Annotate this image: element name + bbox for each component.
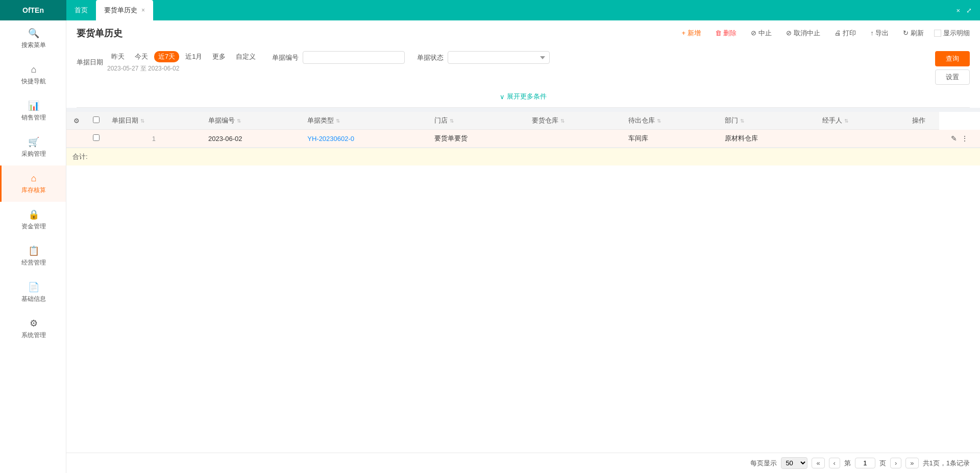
col-header-ops: 操作 — [898, 112, 939, 130]
table-header: ⚙单据日期⇅单据编号⇅单据类型⇅门店⇅要货仓库⇅待出仓库⇅部门⇅经手人⇅操作 — [66, 112, 980, 130]
page-number-input[interactable] — [855, 458, 875, 468]
data-table-container: ⚙单据日期⇅单据编号⇅单据类型⇅门店⇅要货仓库⇅待出仓库⇅部门⇅经手人⇅操作 1… — [66, 112, 980, 453]
date-option-昨天[interactable]: 昨天 — [107, 51, 129, 62]
date-filter-group: 单据日期 昨天今天近7天近1月更多自定义 2023-05-27 至 2023-0… — [77, 51, 260, 73]
prev-page-button[interactable]: ‹ — [829, 458, 840, 468]
next-page-button[interactable]: › — [890, 458, 901, 468]
tab-history[interactable]: 要货单历史× — [96, 0, 153, 20]
expand-more-button[interactable]: ∨ 展开更多条件 — [500, 90, 547, 103]
select-all-checkbox[interactable] — [93, 116, 100, 123]
cell-pending_warehouse: 原材料仓库 — [719, 130, 816, 148]
close-button[interactable]: × — [956, 7, 960, 14]
date-option-自定义[interactable]: 自定义 — [232, 51, 260, 62]
sidebar-item-label-search: 搜索菜单 — [21, 41, 46, 50]
col-header-req_warehouse[interactable]: 要货仓库⇅ — [526, 112, 622, 130]
status-label: 单据状态 — [417, 53, 444, 62]
sort-icon-bill_no[interactable]: ⇅ — [237, 118, 241, 124]
cancel-stop-button[interactable]: ⊘ 取消中止 — [782, 27, 824, 40]
date-quick-options: 昨天今天近7天近1月更多自定义 — [107, 51, 260, 62]
display-detail-label: 显示明细 — [943, 29, 970, 38]
bill-no-label: 单据编号 — [272, 53, 299, 62]
sidebar-item-inventory[interactable]: ⌂库存核算 — [0, 165, 66, 202]
col-header-store[interactable]: 门店⇅ — [428, 112, 526, 130]
table-summary: 合计: — [66, 148, 980, 165]
sidebar-item-search[interactable]: 🔍搜索菜单 — [0, 20, 66, 57]
sidebar-item-label-inventory: 库存核算 — [21, 186, 46, 195]
col-header-pending_warehouse[interactable]: 待出仓库⇅ — [622, 112, 719, 130]
finance-icon: 🔒 — [28, 209, 39, 220]
sort-icon-store[interactable]: ⇅ — [450, 118, 454, 124]
sidebar-item-label-basics: 基础信息 — [21, 295, 46, 303]
delete-button[interactable]: 🗑 删除 — [711, 27, 741, 40]
cell-store — [526, 130, 622, 148]
col-header-department[interactable]: 部门⇅ — [719, 112, 816, 130]
sidebar-item-system[interactable]: ⚙系统管理 — [0, 311, 66, 347]
resize-button[interactable]: ⤢ — [966, 7, 972, 14]
tab-home[interactable]: 首页 — [66, 0, 96, 20]
sidebar: 🔍搜索菜单⌂快捷导航📊销售管理🛒采购管理⌂库存核算🔒资金管理📋经营管理📄基础信息… — [0, 20, 66, 473]
date-option-近1月[interactable]: 近1月 — [181, 51, 206, 62]
page-title: 要货单历史 — [77, 27, 122, 39]
cell-req_warehouse: 车间库 — [622, 130, 719, 148]
sales-icon: 📊 — [28, 100, 39, 111]
tab-close-icon[interactable]: × — [141, 7, 145, 14]
stop-button[interactable]: ⊘ 中止 — [747, 27, 776, 40]
status-filter-group: 单据状态 — [417, 51, 550, 64]
edit-icon[interactable]: ✎ — [949, 133, 959, 144]
bill-no-filter-group: 单据编号 — [272, 51, 405, 64]
refresh-button[interactable]: ↻ 刷新 — [899, 27, 928, 40]
cell-bill_type: 要货单要货 — [428, 130, 526, 148]
sort-icon-date[interactable]: ⇅ — [140, 118, 144, 124]
summary-label: 合计: — [72, 152, 88, 161]
sidebar-item-quick-nav[interactable]: ⌂快捷导航 — [0, 57, 66, 93]
sidebar-item-purchase[interactable]: 🛒采购管理 — [0, 129, 66, 165]
sidebar-item-basics[interactable]: 📄基础信息 — [0, 274, 66, 311]
col-header-handler[interactable]: 经手人⇅ — [816, 112, 898, 130]
expand-more-label: 展开更多条件 — [507, 92, 547, 101]
sort-icon-bill_type[interactable]: ⇅ — [336, 118, 340, 124]
operations-icon: 📋 — [28, 245, 39, 256]
first-page-button[interactable]: « — [812, 458, 824, 468]
toolbar: + 新增 🗑 删除 ⊘ 中止 ⊘ 取消中止 🖨 打印 ↑ 导出 ↻ 刷新 显示明… — [678, 27, 970, 40]
sort-icon-req_warehouse[interactable]: ⇅ — [560, 118, 565, 124]
col-header-settings: ⚙ — [66, 112, 87, 130]
new-button[interactable]: + 新增 — [678, 27, 705, 40]
tab-bar: 首页要货单历史× — [66, 0, 153, 20]
row-index: 1 — [106, 130, 202, 148]
export-button[interactable]: ↑ 导出 — [866, 27, 893, 40]
pagination-bar: 每页显示 102050100 « ‹ 第 页 › » 共1页，1条记录 — [66, 453, 980, 473]
sidebar-item-sales[interactable]: 📊销售管理 — [0, 93, 66, 129]
date-option-今天[interactable]: 今天 — [131, 51, 152, 62]
system-icon: ⚙ — [28, 318, 39, 329]
query-button[interactable]: 查询 — [935, 51, 970, 66]
date-filter-label: 单据日期 — [77, 58, 103, 67]
sidebar-item-label-quick-nav: 快捷导航 — [21, 77, 46, 86]
basics-icon: 📄 — [28, 281, 39, 293]
display-detail-toggle[interactable]: 显示明细 — [934, 29, 970, 38]
row-checkbox[interactable] — [93, 134, 100, 141]
col-header-date[interactable]: 单据日期⇅ — [106, 112, 202, 130]
data-table: ⚙单据日期⇅单据编号⇅单据类型⇅门店⇅要货仓库⇅待出仓库⇅部门⇅经手人⇅操作 1… — [66, 112, 980, 148]
bill-no-input[interactable] — [303, 51, 405, 64]
row-settings — [66, 130, 87, 148]
quick-nav-icon: ⌂ — [28, 64, 39, 75]
status-select[interactable] — [448, 51, 550, 64]
setting-button[interactable]: 设置 — [935, 69, 970, 85]
col-header-bill_type[interactable]: 单据类型⇅ — [301, 112, 428, 130]
sidebar-item-operations[interactable]: 📋经营管理 — [0, 238, 66, 274]
print-button[interactable]: 🖨 打印 — [830, 27, 861, 40]
sidebar-item-finance[interactable]: 🔒资金管理 — [0, 202, 66, 238]
last-page-button[interactable]: » — [905, 458, 918, 468]
sort-icon-handler[interactable]: ⇅ — [844, 118, 848, 124]
col-header-bill_no[interactable]: 单据编号⇅ — [202, 112, 301, 130]
more-ops-icon[interactable]: ⋮ — [959, 133, 970, 144]
sidebar-item-label-operations: 经营管理 — [21, 258, 46, 267]
per-page-select[interactable]: 102050100 — [781, 457, 807, 469]
date-option-更多[interactable]: 更多 — [208, 51, 230, 62]
bill-no-link[interactable]: YH-20230602-0 — [307, 135, 354, 143]
sort-icon-pending_warehouse[interactable]: ⇅ — [657, 118, 661, 124]
sidebar-item-label-sales: 销售管理 — [21, 113, 46, 122]
date-option-近7天[interactable]: 近7天 — [154, 51, 179, 62]
sort-icon-department[interactable]: ⇅ — [740, 118, 744, 124]
cell-handler — [898, 130, 939, 148]
